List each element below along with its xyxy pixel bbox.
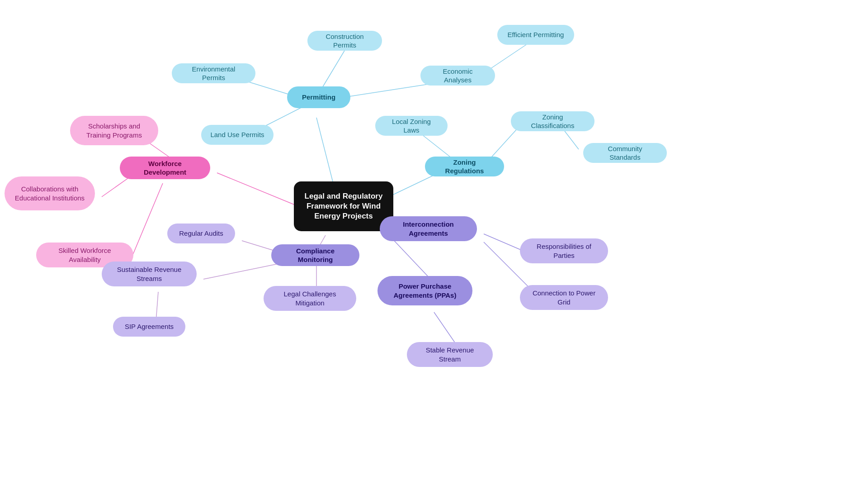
regular-audits-node: Regular Audits [167, 224, 235, 243]
compliance-monitoring-label: Compliance Monitoring [280, 247, 350, 264]
efficient-permitting-label: Efficient Permitting [508, 30, 564, 39]
local-zoning-laws-node: Local Zoning Laws [375, 116, 448, 136]
environmental-permits-label: Environmental Permits [181, 65, 246, 82]
construction-permits-node: Construction Permits [307, 31, 382, 51]
collaborations-node: Collaborations with Educational Institut… [5, 176, 95, 210]
economic-analyses-node: Economic Analyses [420, 66, 495, 86]
construction-permits-label: Construction Permits [316, 32, 373, 50]
community-standards-node: Community Standards [583, 143, 667, 163]
land-use-permits-label: Land Use Permits [210, 130, 264, 139]
ppa-label: Power Purchase Agreements (PPAs) [387, 282, 463, 300]
zoning-classifications-node: Zoning Classifications [511, 111, 594, 131]
svg-line-13 [131, 183, 163, 259]
interconnection-node: Interconnection Agreements [380, 216, 477, 241]
regular-audits-label: Regular Audits [179, 229, 223, 238]
zoning-regulations-label: Zoning Regulations [434, 158, 495, 176]
connection-grid-node: Connection to Power Grid [520, 285, 608, 310]
stable-revenue-label: Stable Revenue Stream [416, 346, 484, 363]
sip-agreements-label: SIP Agreements [125, 322, 174, 331]
community-standards-label: Community Standards [592, 144, 658, 162]
ppa-node: Power Purchase Agreements (PPAs) [377, 276, 472, 305]
sustainable-revenue-node: Sustainable Revenue Streams [102, 262, 197, 286]
legal-challenges-node: Legal Challenges Mitigation [264, 286, 356, 311]
legal-challenges-label: Legal Challenges Mitigation [273, 290, 347, 307]
permitting-label: Permitting [302, 93, 335, 102]
connection-grid-label: Connection to Power Grid [529, 289, 599, 306]
stable-revenue-node: Stable Revenue Stream [407, 342, 493, 367]
efficient-permitting-node: Efficient Permitting [497, 25, 574, 45]
svg-line-15 [242, 241, 276, 251]
zoning-classifications-label: Zoning Classifications [520, 113, 585, 130]
compliance-monitoring-node: Compliance Monitoring [271, 244, 359, 266]
scholarships-node: Scholarships and Training Programs [70, 116, 158, 145]
center-node: Legal and Regulatory Framework for Wind … [294, 181, 393, 231]
economic-analyses-label: Economic Analyses [429, 67, 486, 85]
collaborations-label: Collaborations with Educational Institut… [14, 185, 86, 202]
center-label: Legal and Regulatory Framework for Wind … [303, 191, 384, 221]
svg-line-8 [488, 126, 520, 161]
responsibilities-label: Responsibilities of Parties [529, 242, 599, 260]
workforce-development-node: Workforce Development [120, 157, 210, 179]
zoning-regulations-node: Zoning Regulations [425, 157, 504, 176]
local-zoning-laws-label: Local Zoning Laws [384, 117, 439, 135]
permitting-node: Permitting [287, 86, 350, 108]
environmental-permits-node: Environmental Permits [172, 63, 255, 83]
workforce-development-label: Workforce Development [129, 159, 201, 177]
land-use-permits-node: Land Use Permits [201, 125, 274, 145]
svg-line-10 [217, 173, 298, 206]
sip-agreements-node: SIP Agreements [113, 317, 185, 337]
sustainable-revenue-label: Sustainable Revenue Streams [111, 265, 188, 283]
interconnection-label: Interconnection Agreements [389, 220, 468, 238]
scholarships-label: Scholarships and Training Programs [79, 122, 149, 139]
responsibilities-node: Responsibilities of Parties [520, 238, 608, 263]
